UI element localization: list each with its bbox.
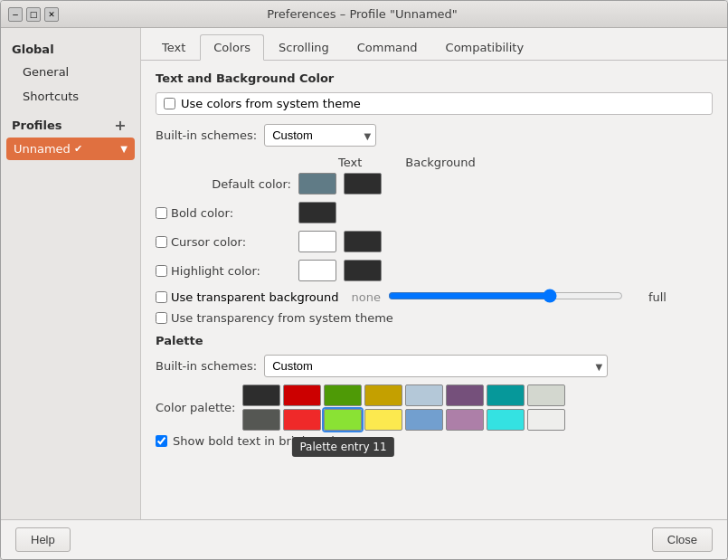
transparency-slider-container (388, 289, 641, 306)
highlight-color-row: Highlight color: (156, 260, 713, 281)
window-title: Preferences – Profile "Unnamed" (59, 7, 666, 21)
default-bg-swatch[interactable] (344, 173, 382, 195)
add-profile-button[interactable]: + (111, 116, 129, 134)
palette-swatch-10[interactable]: Palette entry 11 (324, 409, 362, 431)
palette-builtin-wrapper: Custom Tango Linux console XTerm Rxvt So… (264, 355, 608, 377)
profiles-label: Profiles (12, 119, 62, 132)
palette-grid: Palette entry 11 (242, 384, 565, 431)
palette-swatch-14[interactable] (487, 409, 525, 431)
profile-expand-icon: ▼ (120, 144, 128, 154)
colors-panel: Text and Background Color Use colors fro… (141, 61, 727, 519)
sidebar-item-shortcuts[interactable]: Shortcuts (1, 84, 140, 109)
highlight-color-label: Highlight color: (156, 264, 291, 278)
tab-text[interactable]: Text (148, 34, 199, 61)
profile-check-icon: ✔ (74, 143, 82, 155)
highlight-bg-swatch[interactable] (344, 260, 382, 281)
cursor-color-row: Cursor color: (156, 231, 713, 252)
highlight-color-checkbox[interactable] (156, 265, 167, 277)
palette-builtin-select[interactable]: Custom Tango Linux console XTerm Rxvt So… (264, 355, 608, 377)
transparency-slider[interactable] (388, 289, 623, 303)
cursor-checkbox-wrapper: Cursor color: (156, 235, 291, 249)
tab-compatibility[interactable]: Compatibility (432, 34, 538, 61)
transparency-full-label: full (648, 290, 667, 304)
bold-color-checkbox[interactable] (156, 207, 167, 219)
palette-swatch-6[interactable] (487, 384, 525, 406)
use-system-theme-checkbox[interactable] (164, 98, 175, 109)
sidebar-item-global[interactable]: Global (1, 35, 140, 60)
highlight-text-swatch[interactable] (298, 260, 336, 281)
palette-swatch-15[interactable] (527, 409, 565, 431)
palette-swatch-0[interactable] (242, 384, 280, 406)
transparent-bg-label: Use transparent background (171, 290, 338, 304)
palette-swatch-8[interactable] (242, 409, 280, 431)
palette-row-1 (242, 384, 565, 406)
cursor-bg-swatch[interactable] (344, 231, 382, 252)
default-color-label: Default color: (156, 177, 291, 191)
tab-scrolling[interactable]: Scrolling (265, 34, 343, 61)
highlight-checkbox-wrapper: Highlight color: (156, 264, 291, 278)
builtin-schemes-row: Built-in schemes: Custom White on black … (156, 124, 713, 147)
transparent-bg-checkbox[interactable] (156, 291, 167, 303)
bold-color-row: Bold color: (156, 202, 713, 223)
tab-command[interactable]: Command (344, 34, 431, 61)
bottom-bar: Help Close (1, 519, 727, 559)
close-window-button[interactable]: ✕ (44, 7, 59, 22)
show-bold-checkbox[interactable] (156, 435, 167, 447)
system-trans-row: Use transparency from system theme (156, 311, 713, 325)
cursor-color-label: Cursor color: (156, 235, 291, 249)
builtin-scheme-select[interactable]: Custom White on black Black on white Sol… (264, 124, 376, 147)
palette-colors-row: Color palette: (156, 384, 713, 431)
sidebar-item-general[interactable]: General (1, 60, 140, 84)
text-bg-title: Text and Background Color (156, 71, 713, 85)
tab-bar: Text Colors Scrolling Command Compatibil… (141, 28, 727, 61)
palette-swatch-9[interactable] (283, 409, 321, 431)
show-bold-label: Show bold text in bright colors (173, 434, 353, 448)
close-button[interactable]: Close (652, 527, 713, 552)
col-text-header: Text (338, 156, 362, 169)
bold-text-swatch[interactable] (298, 202, 336, 223)
palette-swatch-5[interactable] (446, 384, 484, 406)
profile-unnamed[interactable]: Unnamed ✔ ▼ (6, 138, 135, 160)
cursor-text-swatch[interactable] (298, 231, 336, 252)
palette-swatch-1[interactable] (283, 384, 321, 406)
builtin-schemes-label: Built-in schemes: (156, 128, 257, 142)
sidebar-profiles-header: Profiles + (1, 109, 140, 138)
tab-colors[interactable]: Colors (200, 34, 264, 61)
palette-swatch-11[interactable] (364, 409, 402, 431)
palette-swatch-13[interactable] (446, 409, 484, 431)
profile-name: Unnamed (14, 142, 71, 156)
system-trans-checkbox[interactable] (156, 312, 167, 324)
palette-swatch-3[interactable] (364, 384, 402, 406)
main-area: Text Colors Scrolling Command Compatibil… (141, 28, 727, 519)
cursor-color-checkbox[interactable] (156, 236, 167, 248)
maximize-button[interactable]: □ (26, 7, 41, 22)
preferences-window: − □ ✕ Preferences – Profile "Unnamed" Gl… (0, 0, 728, 560)
use-system-theme-label: Use colors from system theme (181, 97, 361, 110)
palette-swatch-4[interactable] (405, 384, 443, 406)
palette-row-2: Palette entry 11 (242, 409, 565, 431)
color-column-headers: Text Background (338, 156, 713, 169)
transparent-bg-checkbox-wrapper: Use transparent background (156, 290, 338, 304)
palette-swatch-2[interactable] (324, 384, 362, 406)
titlebar: − □ ✕ Preferences – Profile "Unnamed" (1, 1, 727, 28)
main-content: Global General Shortcuts Profiles + Unna… (1, 28, 727, 519)
palette-swatch-7[interactable] (527, 384, 565, 406)
help-button[interactable]: Help (15, 527, 71, 552)
palette-builtin-label: Built-in schemes: (156, 359, 257, 373)
palette-swatch-12[interactable] (405, 409, 443, 431)
builtin-scheme-wrapper: Custom White on black Black on white Sol… (264, 124, 376, 147)
palette-section: Palette Built-in schemes: Custom Tango L… (156, 334, 713, 448)
palette-builtin-row: Built-in schemes: Custom Tango Linux con… (156, 355, 713, 377)
bold-checkbox-wrapper: Bold color: (156, 206, 291, 220)
show-bold-row: Show bold text in bright colors (156, 434, 713, 448)
sidebar: Global General Shortcuts Profiles + Unna… (1, 28, 141, 519)
transparency-none-label: none (351, 290, 380, 304)
minimize-button[interactable]: − (8, 7, 23, 22)
col-bg-header: Background (405, 156, 476, 169)
default-color-row: Default color: (156, 173, 713, 195)
titlebar-buttons: − □ ✕ (8, 7, 59, 22)
system-trans-label: Use transparency from system theme (171, 311, 393, 325)
palette-colors-label: Color palette: (156, 401, 235, 414)
default-text-swatch[interactable] (298, 173, 336, 195)
palette-title: Palette (156, 334, 713, 347)
